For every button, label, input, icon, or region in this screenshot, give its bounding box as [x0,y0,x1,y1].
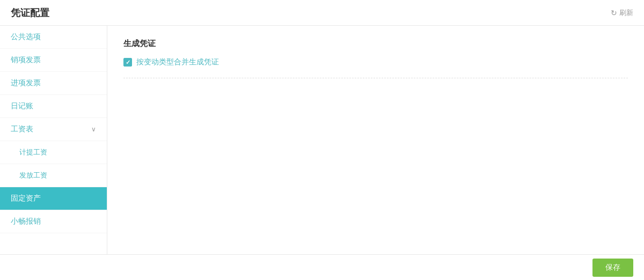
sidebar-item-pay-salary[interactable]: 发放工资 [0,164,107,187]
save-button[interactable]: 保存 [592,259,633,277]
sidebar-item-journal[interactable]: 日记账 [0,95,107,118]
sidebar-item-label: 发放工资 [19,171,47,180]
footer: 保存 [0,254,644,280]
refresh-icon: ↻ [611,9,617,17]
main-container: 公共选项销项发票进项发票日记账工资表∨计提工资发放工资固定资产小畅报销 生成凭证… [0,26,644,254]
sidebar-item-public[interactable]: 公共选项 [0,26,107,49]
chevron-down-icon: ∨ [91,126,96,133]
refresh-label: 刷新 [619,8,633,18]
sidebar-item-label: 小畅报销 [11,217,41,226]
page-title: 凭证配置 [11,6,49,19]
section-title: 生成凭证 [123,39,628,49]
sidebar-item-commission[interactable]: 计提工资 [0,141,107,164]
sidebar-item-label: 固定资产 [11,194,41,203]
section-divider [123,78,628,78]
content-area: 生成凭证 按变动类型合并生成凭证 [107,26,644,254]
sidebar-item-label: 公共选项 [11,32,41,42]
sidebar-item-label: 工资表 [11,124,33,134]
sidebar-item-sales-invoice[interactable]: 销项发票 [0,49,107,72]
checkbox-label: 按变动类型合并生成凭证 [136,57,219,67]
sidebar-item-purchase-invoice[interactable]: 进项发票 [0,72,107,95]
checkbox-row: 按变动类型合并生成凭证 [123,57,628,67]
sidebar-item-label: 销项发票 [11,55,41,65]
merge-by-type-checkbox[interactable] [123,58,132,67]
header: 凭证配置 ↻ 刷新 [0,0,644,26]
refresh-button[interactable]: ↻ 刷新 [611,8,633,18]
sidebar-item-label: 计提工资 [19,148,47,157]
sidebar-item-label: 日记账 [11,101,33,111]
sidebar: 公共选项销项发票进项发票日记账工资表∨计提工资发放工资固定资产小畅报销 [0,26,107,254]
sidebar-item-expense-report[interactable]: 小畅报销 [0,210,107,233]
sidebar-item-payroll-table[interactable]: 工资表∨ [0,118,107,141]
sidebar-item-fixed-assets[interactable]: 固定资产 [0,187,107,210]
sidebar-item-label: 进项发票 [11,78,41,88]
